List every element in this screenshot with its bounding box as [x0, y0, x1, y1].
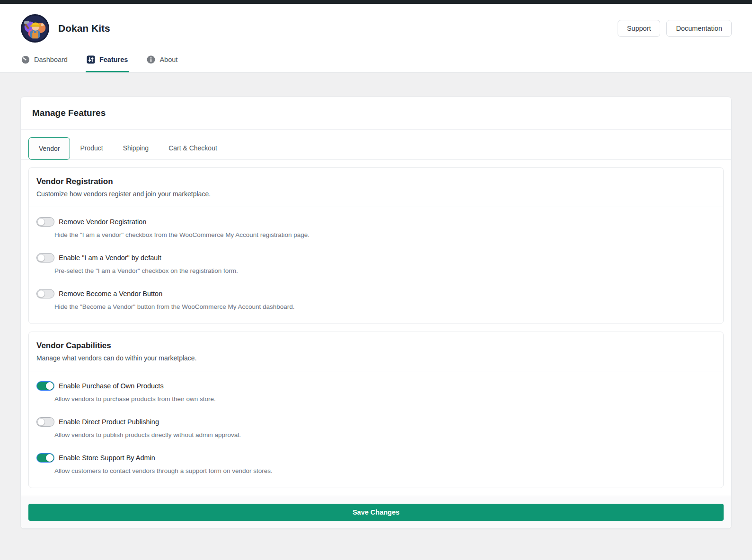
dashboard-gauge-icon [21, 55, 30, 64]
toggle-description: Allow vendors to purchase products from … [54, 395, 716, 402]
nav-label-features: Features [99, 56, 128, 63]
toggle-row-main: Remove Become a Vendor Button [36, 289, 716, 298]
feature-tabs: Vendor Product Shipping Cart & Checkout [21, 130, 731, 160]
toggle-row-main: Enable "I am a Vendor" by default [36, 253, 716, 262]
toggle-rows: Enable Purchase of Own Products Allow ve… [29, 371, 723, 488]
nav-item-dashboard[interactable]: Dashboard [20, 52, 69, 72]
card-title-row: Manage Features [21, 97, 731, 130]
toggle-knob [37, 418, 45, 426]
remove-vendor-registration-toggle[interactable] [36, 217, 54, 227]
toggle-label: Remove Vendor Registration [59, 218, 146, 226]
toggle-label: Enable Direct Product Publishing [59, 418, 159, 426]
toggle-row-main: Remove Vendor Registration [36, 217, 716, 227]
toggle-knob [37, 290, 45, 298]
documentation-button[interactable]: Documentation [666, 20, 732, 37]
nav-label-dashboard: Dashboard [34, 56, 68, 63]
toggle-rows: Remove Vendor Registration Hide the "I a… [29, 207, 723, 324]
save-changes-button[interactable]: Save Changes [28, 504, 724, 521]
tab-vendor[interactable]: Vendor [28, 137, 70, 160]
app-title: Dokan Kits [58, 23, 110, 34]
tab-product[interactable]: Product [70, 137, 113, 159]
section-vendor-capabilities: Vendor Capabilities Manage what vendors … [28, 332, 724, 488]
toggle-description: Allow customers to contact vendors throu… [54, 467, 716, 474]
toggle-row-direct-product-publishing: Enable Direct Product Publishing Allow v… [36, 417, 716, 438]
toggle-row-iam-vendor-default: Enable "I am a Vendor" by default Pre-se… [36, 253, 716, 274]
toggle-label: Enable Store Support By Admin [59, 454, 155, 462]
nav-label-about: About [159, 56, 177, 63]
toggle-label: Remove Become a Vendor Button [59, 290, 162, 298]
page-content: Manage Features Vendor Product Shipping … [0, 73, 752, 547]
section-title: Vendor Capabilities [36, 341, 716, 350]
plugin-header: Dokan Kits Support Documentation Dashboa… [0, 4, 752, 73]
toggle-description: Allow vendors to publish products direct… [54, 431, 716, 438]
header-top-row: Dokan Kits Support Documentation [20, 4, 732, 49]
toggle-knob [46, 454, 53, 462]
enable-store-support-admin-toggle[interactable] [36, 453, 54, 463]
toggle-row-purchase-own-products: Enable Purchase of Own Products Allow ve… [36, 381, 716, 402]
enable-purchase-own-products-toggle[interactable] [36, 381, 54, 391]
toggle-row-main: Enable Purchase of Own Products [36, 381, 716, 391]
toggle-row-main: Enable Store Support By Admin [36, 453, 716, 463]
nav-item-about[interactable]: About [146, 52, 178, 72]
tab-cart-checkout[interactable]: Cart & Checkout [159, 137, 227, 159]
toggle-description: Hide the "I am a vendor" checkbox from t… [54, 231, 716, 238]
dokan-kits-logo [20, 14, 50, 43]
enable-direct-product-publishing-toggle[interactable] [36, 417, 54, 427]
toggle-description: Hide the "Become a Vendor" button from t… [54, 303, 716, 310]
enable-iam-vendor-default-toggle[interactable] [36, 253, 54, 262]
section-description: Customize how vendors register and join … [36, 190, 716, 198]
section-vendor-registration: Vendor Registration Customize how vendor… [28, 167, 724, 324]
info-icon [147, 55, 155, 64]
remove-become-vendor-toggle[interactable] [36, 289, 54, 298]
tab-shipping[interactable]: Shipping [113, 137, 159, 159]
toggle-knob [37, 218, 45, 226]
section-header: Vendor Capabilities Manage what vendors … [29, 332, 723, 371]
toggle-row-main: Enable Direct Product Publishing [36, 417, 716, 427]
section-header: Vendor Registration Customize how vendor… [29, 168, 723, 207]
toggle-description: Pre-select the "I am a Vendor" checkbox … [54, 267, 716, 274]
manage-features-card: Manage Features Vendor Product Shipping … [20, 96, 732, 529]
section-title: Vendor Registration [36, 177, 716, 186]
support-button[interactable]: Support [618, 20, 661, 37]
toggle-label: Enable Purchase of Own Products [59, 382, 164, 390]
toggle-row-remove-vendor-registration: Remove Vendor Registration Hide the "I a… [36, 217, 716, 238]
page-title: Manage Features [32, 108, 720, 118]
main-nav: Dashboard Features [20, 52, 732, 72]
toggle-row-remove-become-vendor: Remove Become a Vendor Button Hide the "… [36, 289, 716, 310]
card-footer: Save Changes [21, 496, 731, 528]
admin-top-bar [0, 0, 752, 4]
toggle-label: Enable "I am a Vendor" by default [59, 254, 161, 262]
toggle-knob [46, 382, 53, 390]
features-sliders-icon [87, 55, 95, 64]
header-actions: Support Documentation [618, 20, 732, 37]
toggle-knob [37, 254, 45, 262]
nav-item-features[interactable]: Features [86, 52, 129, 72]
toggle-row-store-support-by-admin: Enable Store Support By Admin Allow cust… [36, 453, 716, 474]
section-description: Manage what vendors can do within your m… [36, 354, 716, 362]
